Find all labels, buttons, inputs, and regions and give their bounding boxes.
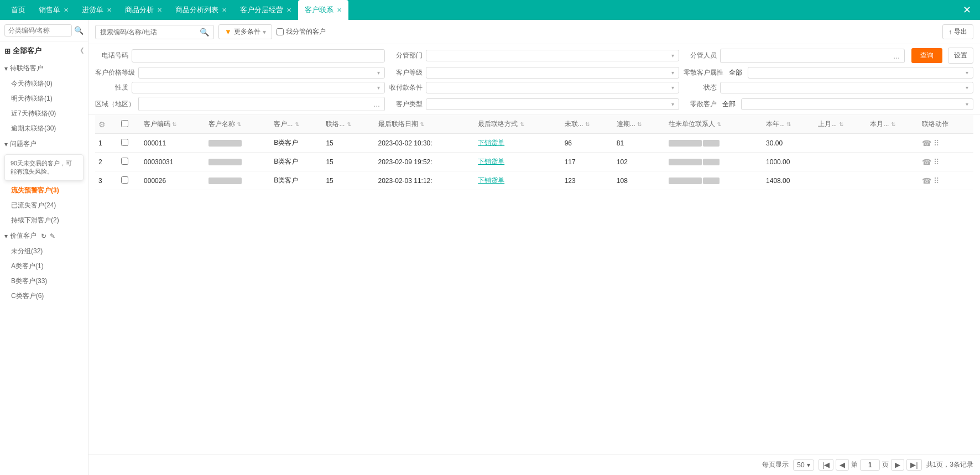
col-contact-person[interactable]: 往来单位联系人 ⇅ xyxy=(665,115,763,134)
settings-button[interactable]: 设置 xyxy=(948,48,973,64)
last-page-button[interactable]: ▶| xyxy=(906,459,921,471)
filter-gender-select[interactable]: ▾ xyxy=(132,82,385,93)
filter-phone-input[interactable] xyxy=(132,49,385,62)
row-last-date: 2023-02-03 11:12: xyxy=(375,171,475,190)
toolbar: 🔍 ▼ 更多条件 ▾ 我分管的客户 ↑ 导出 xyxy=(88,20,980,44)
row-checkbox[interactable] xyxy=(121,158,128,165)
prev-page-button[interactable]: ◀ xyxy=(836,459,849,471)
filter-customer-grade-select[interactable]: ▾ xyxy=(426,67,679,79)
sidebar-all-customers[interactable]: ⊞ 全部客户 《 xyxy=(0,41,88,60)
sidebar-search-input[interactable] xyxy=(4,24,72,36)
sidebar-item-declining[interactable]: 持续下滑客户(2) xyxy=(0,213,88,228)
contact-icon[interactable]: ☎ xyxy=(922,176,931,185)
search-input[interactable] xyxy=(96,26,195,38)
row-last-month xyxy=(815,134,867,153)
filter-payment-select[interactable]: ▾ xyxy=(426,82,679,93)
close-icon[interactable]: ✕ xyxy=(222,7,227,14)
query-button[interactable]: 查询 xyxy=(911,48,942,63)
table-row: 2 00030031 B类客户 15 2023-02-09 19:52: 下销货… xyxy=(95,153,973,171)
more-actions-icon[interactable]: ⠿ xyxy=(934,176,939,185)
col-name[interactable]: 客户名称 ⇅ xyxy=(205,115,270,134)
col-type[interactable]: 客户... ⇅ xyxy=(270,115,322,134)
filter-zero-customer-select[interactable]: ▾ xyxy=(741,98,973,110)
col-uncontacted[interactable]: 未联... ⇅ xyxy=(561,115,613,134)
filter-region-select[interactable]: ... xyxy=(138,97,385,111)
tab-analysis-list[interactable]: 商品分析列表 ✕ xyxy=(169,0,233,20)
page-label: 第 xyxy=(851,460,858,469)
row-type: B类客户 xyxy=(270,171,322,190)
first-page-button[interactable]: |◀ xyxy=(819,459,833,471)
table-footer: 每页显示 50 ▾ |◀ ◀ 第 页 ▶ ▶| 共1页，3条记录 xyxy=(88,454,980,475)
row-this-month xyxy=(867,153,919,171)
close-icon[interactable]: ✕ xyxy=(64,7,69,14)
sidebar-item-c-class[interactable]: C类客户(6) xyxy=(0,289,88,304)
sidebar-item-week[interactable]: 近7天待联络(0) xyxy=(0,106,88,121)
col-code[interactable]: 客户编码 ⇅ xyxy=(140,115,205,134)
sidebar-item-b-class[interactable]: B类客户(33) xyxy=(0,274,88,289)
export-button[interactable]: ↑ 导出 xyxy=(942,24,973,39)
select-all-checkbox[interactable] xyxy=(121,120,128,127)
col-last-method[interactable]: 最后联络方式 ⇅ xyxy=(475,115,561,134)
search-button[interactable]: 🔍 xyxy=(195,25,213,39)
col-overdue[interactable]: 逾期... ⇅ xyxy=(613,115,665,134)
contact-icon[interactable]: ☎ xyxy=(922,139,931,148)
row-actions: ☎ ⠿ xyxy=(919,134,973,153)
col-this-month[interactable]: 本月... ⇅ xyxy=(867,115,919,134)
filter-manager-select[interactable]: ... xyxy=(720,49,905,63)
more-actions-icon[interactable]: ⠿ xyxy=(934,158,939,166)
filter-row-manager: 分管人员 ... 查询 设置 xyxy=(684,48,973,64)
filter-dept-select[interactable]: ▾ xyxy=(426,50,679,61)
my-customers-checkbox[interactable] xyxy=(277,28,284,35)
col-last-date[interactable]: 最后联络日期 ⇅ xyxy=(375,115,475,134)
tab-purchase[interactable]: 进货单 ✕ xyxy=(75,0,118,20)
sidebar-item-churned[interactable]: 已流失客户(24) xyxy=(0,198,88,213)
tab-home[interactable]: 首页 xyxy=(4,0,32,20)
sidebar-item-tomorrow[interactable]: 明天待联络(1) xyxy=(0,91,88,106)
sidebar-item-ungroup[interactable]: 未分组(32) xyxy=(0,244,88,259)
close-icon[interactable]: ✕ xyxy=(286,7,291,14)
row-checkbox[interactable] xyxy=(121,139,128,146)
next-page-button[interactable]: ▶ xyxy=(891,459,904,471)
tab-sales[interactable]: 销售单 ✕ xyxy=(32,0,75,20)
sidebar-item-overdue[interactable]: 逾期未联络(30) xyxy=(0,121,88,136)
col-settings: ⚙ xyxy=(95,115,118,134)
close-icon[interactable]: ✕ xyxy=(337,7,342,14)
sidebar-item-today[interactable]: 今天待联络(0) xyxy=(0,76,88,91)
col-contact[interactable]: 联络... ⇅ xyxy=(322,115,374,134)
col-last-month[interactable]: 上月... ⇅ xyxy=(815,115,867,134)
filter-zero-attr-select[interactable]: ▾ xyxy=(748,67,973,79)
contact-icon[interactable]: ☎ xyxy=(922,158,931,166)
sidebar-section-problem[interactable]: ▾ 问题客户 xyxy=(0,136,88,152)
filter-more-button[interactable]: ▼ 更多条件 ▾ xyxy=(218,24,272,39)
row-contact: 15 xyxy=(322,153,374,171)
col-this-year[interactable]: 本年... ⇅ xyxy=(763,115,815,134)
chevron-down-icon: ▾ xyxy=(671,85,674,91)
page-input[interactable] xyxy=(860,460,880,471)
row-checkbox[interactable] xyxy=(121,176,128,184)
tab-customer-layer[interactable]: 客户分层经营 ✕ xyxy=(233,0,298,20)
sidebar-item-a-class[interactable]: A类客户(1) xyxy=(0,259,88,274)
app-close-button[interactable]: ✕ xyxy=(958,4,976,16)
sidebar-item-churn-warning[interactable]: 流失预警客户(3) xyxy=(0,183,88,198)
sidebar-section-value[interactable]: ▾ 价值客户 ↻ ✎ xyxy=(0,228,88,244)
edit-icon[interactable]: ✎ xyxy=(50,232,55,240)
more-icon[interactable]: ... xyxy=(373,100,380,108)
page-size-select[interactable]: 50 ▾ xyxy=(793,460,814,471)
filter-status-select[interactable]: ▾ xyxy=(720,82,973,93)
tab-analysis[interactable]: 商品分析 ✕ xyxy=(118,0,169,20)
sidebar-section-pending[interactable]: ▾ 待联络客户 xyxy=(0,60,88,76)
close-icon[interactable]: ✕ xyxy=(157,7,162,14)
arrow-icon: ▾ xyxy=(4,232,8,240)
more-icon[interactable]: ... xyxy=(893,51,900,60)
filter-customer-type-select[interactable]: ▾ xyxy=(426,98,679,110)
filter-price-grade-select[interactable]: ▾ xyxy=(138,67,385,79)
more-actions-icon[interactable]: ⠿ xyxy=(934,139,939,148)
row-last-date: 2023-03-02 10:30: xyxy=(375,134,475,153)
settings-icon[interactable]: ⚙ xyxy=(98,120,106,129)
tooltip-box: 90天未交易的客户，可能有流失风险。 xyxy=(4,154,84,181)
my-customers-checkbox-label[interactable]: 我分管的客户 xyxy=(277,27,326,36)
refresh-icon[interactable]: ↻ xyxy=(41,232,46,240)
tab-customer-contact[interactable]: 客户联系 ✕ xyxy=(298,0,348,20)
sort-icon: ⇅ xyxy=(891,121,895,127)
close-icon[interactable]: ✕ xyxy=(107,7,112,14)
